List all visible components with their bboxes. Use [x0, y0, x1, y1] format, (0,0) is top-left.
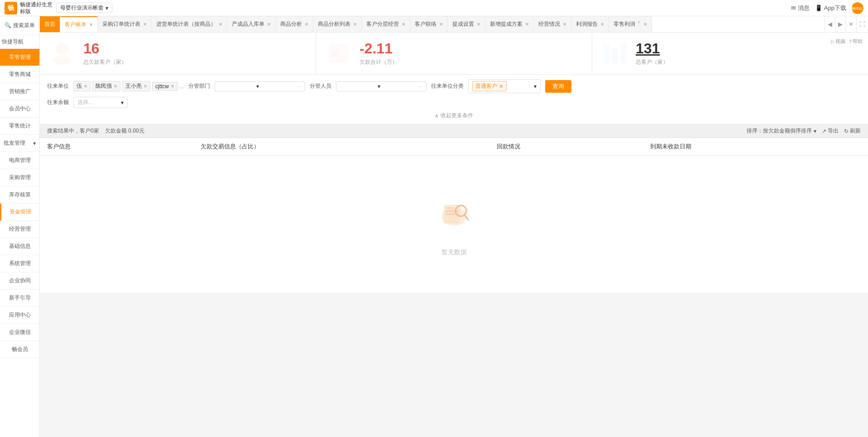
tab-close-icon[interactable]: ✕: [353, 22, 357, 27]
export-icon: ↗: [822, 128, 826, 134]
sidebar-item-operations[interactable]: 经营管理: [0, 221, 39, 238]
svg-point-1: [53, 56, 72, 65]
results-actions: 排序：按欠款金额倒序排序 ▾ ↗ 导出 ↻ 刷新: [747, 127, 861, 135]
quick-nav-btn[interactable]: 快捷导航: [0, 35, 39, 49]
tab-customer-tier[interactable]: 客户分层经营 ✕: [362, 16, 410, 33]
tabs-prev-btn[interactable]: ◀: [825, 16, 835, 33]
logo-area: 畅 畅捷通好生意 标版: [5, 1, 53, 14]
col-customer-info: 客户信息: [40, 138, 193, 156]
filter-company-label: 往来单位: [47, 82, 69, 90]
stat-info-total: 131 总客户（家）: [636, 41, 668, 66]
content-area: 首页 客户账本 ✕ 采购订单统计表 ✕ 进货单统计表（按商品） ✕ 产成品入库单…: [40, 16, 868, 437]
sidebar-item-retail-mgmt[interactable]: 零售管理: [0, 49, 39, 66]
chevron-down-icon: ▾: [106, 5, 108, 11]
tag-close-cjttcw[interactable]: ✕: [171, 84, 174, 89]
filter-tag-wang: 王小亮 ✕: [122, 81, 150, 91]
chevron-down-dept: ▾: [256, 83, 259, 90]
tab-close-icon[interactable]: ✕: [439, 22, 443, 27]
sidebar-item-newguide[interactable]: 新手引导: [0, 290, 39, 307]
tag-close-wang[interactable]: ✕: [144, 84, 147, 89]
account-selector[interactable]: 母婴行业演示帐套 ▾: [56, 3, 112, 13]
sidebar-item-basic-info[interactable]: 基础信息: [0, 238, 39, 255]
sidebar-item-retail-mall[interactable]: 零售商城: [0, 66, 39, 83]
sidebar-item-system[interactable]: 系统管理: [0, 255, 39, 272]
chevron-down-sort: ▾: [814, 128, 816, 134]
sidebar-item-purchase[interactable]: 采购管理: [0, 169, 39, 186]
collapse-btn[interactable]: ∧ 收起更多条件: [435, 112, 473, 119]
tab-close-icon[interactable]: ✕: [402, 22, 405, 27]
tab-close-icon[interactable]: ✕: [89, 22, 93, 27]
tag-close-category[interactable]: ✕: [499, 83, 504, 90]
tab-close-icon[interactable]: ✕: [477, 22, 480, 27]
tab-retail-profit[interactable]: 零售利润「 ✕: [609, 16, 652, 33]
filter-row-1: 往来单位 伍 ✕ 陈民强 ✕ 王小亮 ✕: [47, 79, 861, 93]
tab-goods-stats[interactable]: 进货单统计表（按商品） ✕: [152, 16, 227, 33]
app-download-btn[interactable]: 📱 App下载: [815, 4, 846, 12]
tab-goods-analysis[interactable]: 商品分析 ✕: [276, 16, 313, 33]
main-layout: 🔍 搜索菜单 快捷导航 零售管理 零售商城 营销推广 会员中心 零售统计 批发管…: [0, 16, 868, 437]
tag-close-chen[interactable]: ✕: [114, 84, 117, 89]
sidebar-item-wework[interactable]: 企业微信: [0, 324, 39, 341]
stat-value-total: 131: [636, 41, 668, 57]
message-btn[interactable]: ✉ 消息: [791, 4, 810, 12]
tab-new-commission[interactable]: 新增提成方案 ✕: [485, 16, 534, 33]
col-debt-info: 欠款交易信息（占比）: [193, 138, 489, 156]
tab-close-icon[interactable]: ✕: [219, 22, 222, 27]
refresh-btn[interactable]: ↻ 刷新: [844, 127, 861, 135]
sidebar-item-inventory[interactable]: 库存核算: [0, 186, 39, 204]
tab-home[interactable]: 首页: [40, 16, 60, 33]
sidebar-item-retail-stats[interactable]: 零售统计: [0, 118, 39, 135]
tab-operations[interactable]: 经营情况 ✕: [534, 16, 571, 33]
filter-category-select[interactable]: 普通客户 ✕ ▾: [468, 79, 541, 93]
col-payment: 回款情况: [489, 138, 643, 156]
export-btn[interactable]: ↗ 导出: [822, 127, 839, 135]
sort-dropdown[interactable]: 排序：按欠款金额倒序排序 ▾: [747, 127, 816, 135]
table-body: 暂无数据: [40, 156, 868, 293]
tab-customer-ledger[interactable]: 客户账本 ✕: [60, 16, 98, 33]
tab-close-icon[interactable]: ✕: [563, 22, 566, 27]
tab-goods-analysis-list[interactable]: 商品分析列表 ✕: [313, 16, 362, 33]
tabs-close-all-btn[interactable]: ✕: [845, 16, 856, 33]
sidebar-item-finance[interactable]: 资金管理: [0, 204, 39, 221]
tab-profit-report[interactable]: 利润报告 ✕: [571, 16, 609, 33]
filter-category-tag: 普通客户 ✕: [472, 81, 507, 91]
filter-row-2: 往来余额 选择... ▾: [47, 97, 861, 108]
help-btn[interactable]: ? 帮助: [849, 38, 863, 45]
sidebar-item-marketing[interactable]: 营销推广: [0, 83, 39, 100]
filter-dept-select[interactable]: ▾ ···: [215, 81, 305, 91]
sidebar-item-enterprise[interactable]: 企业协同: [0, 272, 39, 290]
tab-product-in[interactable]: 产成品入库单 ✕: [227, 16, 276, 33]
query-button[interactable]: 查询: [545, 80, 571, 93]
tag-close-wu[interactable]: ✕: [84, 84, 87, 89]
filter-balance-select[interactable]: 选择... ▾: [73, 97, 128, 108]
download-icon: 📱: [815, 5, 822, 11]
tab-purchase-stats[interactable]: 采购订单统计表 ✕: [98, 16, 152, 33]
tab-close-icon[interactable]: ✕: [267, 22, 271, 27]
refresh-icon: ↻: [844, 128, 849, 134]
tab-close-icon[interactable]: ✕: [143, 22, 147, 27]
sidebar-item-vip[interactable]: 畅会员: [0, 341, 39, 358]
tab-close-icon[interactable]: ✕: [525, 22, 529, 27]
tab-commission-setting[interactable]: 提成设置 ✕: [448, 16, 485, 33]
sidebar-item-appcenter[interactable]: 应用中心: [0, 307, 39, 324]
stat-info-debt: -2.11 欠款合计（万）: [360, 41, 398, 66]
filter-more-btn[interactable]: ...: [179, 83, 184, 90]
sidebar-item-member-center[interactable]: 会员中心: [0, 100, 39, 118]
tab-close-icon[interactable]: ✕: [600, 22, 604, 27]
sidebar-item-ecom[interactable]: 电商管理: [0, 152, 39, 169]
sidebar-item-wholesale[interactable]: 批发管理 ▾: [0, 135, 39, 152]
chevron-right-icon: ▾: [33, 140, 36, 147]
tab-close-icon[interactable]: ✕: [643, 22, 647, 27]
user-menu[interactable]: demo2: [852, 2, 863, 14]
tab-close-icon[interactable]: ✕: [305, 22, 308, 27]
sidebar-search: 🔍 搜索菜单: [0, 16, 39, 35]
filter-person-select[interactable]: ▾ ···: [336, 81, 427, 91]
tabs-fullscreen-btn[interactable]: ⛶: [856, 16, 868, 33]
stat-label-total: 总客户（家）: [636, 58, 668, 66]
tabs-next-btn[interactable]: ▶: [835, 16, 845, 33]
stats-row: 16 总欠款客户（家） ¥ -2.11 欠款合计（万）: [40, 33, 868, 75]
page-content: 16 总欠款客户（家） ¥ -2.11 欠款合计（万）: [40, 33, 868, 437]
video-btn[interactable]: ▷ 视频: [831, 38, 845, 45]
search-menu-btn[interactable]: 🔍 搜索菜单: [3, 20, 37, 31]
tab-customer-contact[interactable]: 客户联络 ✕: [410, 16, 448, 33]
